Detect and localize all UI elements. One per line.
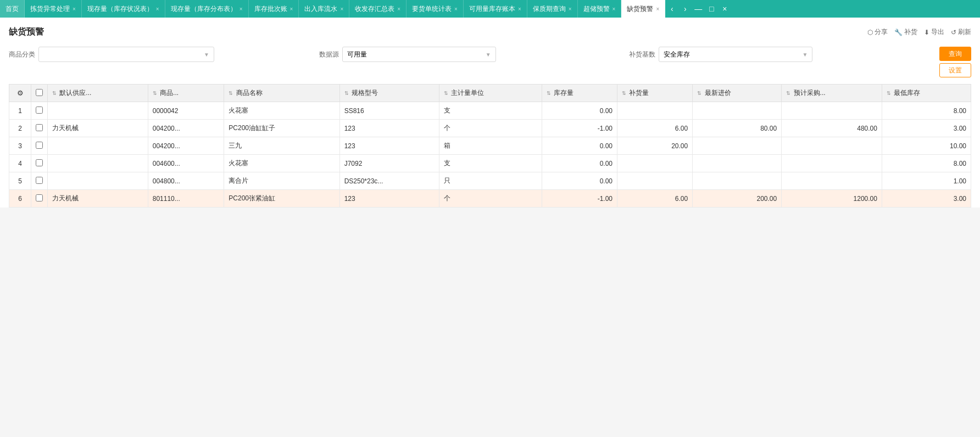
col-header-checkbox[interactable] [31,85,48,102]
tab-next-btn[interactable]: › [678,0,692,18]
col-header-product-name[interactable]: ⇅ 商品名称 [224,85,339,102]
tab-close-inventory-dist[interactable]: × [240,6,243,12]
row-product-name-3: 三九 [224,137,339,155]
col-header-stock-qty[interactable]: ⇅ 库存量 [542,85,617,102]
row-checkbox-4[interactable] [31,155,48,172]
datasource-arrow: ▼ [486,52,491,58]
tab-inventory-status[interactable]: 现存量（库存状况表） × [82,0,165,18]
refresh-action[interactable]: ↺ 刷新 [951,27,971,37]
tab-order-stat[interactable]: 要货单统计表 × [407,0,464,18]
tab-shortage-alert[interactable]: 缺货预警 × [621,0,665,18]
data-table: ⚙ ⇅ 默认供应... ⇅ 商品... ⇅ 商品名称 ⇅ [9,84,971,208]
row-estimated-purchase-3 [782,137,882,155]
column-settings-icon[interactable]: ⚙ [17,89,24,97]
row-min-stock-5: 1.00 [882,172,971,190]
category-label: 商品分类 [9,50,35,59]
tab-collect-summary[interactable]: 收发存汇总表 × [349,0,407,18]
col-header-settings[interactable]: ⚙ [9,85,31,102]
row-unit-2: 个 [439,120,542,137]
col-header-unit[interactable]: ⇅ 主计量单位 [439,85,542,102]
row-product-code-6: 801110... [148,190,224,208]
tab-overstock-alert[interactable]: 超储预警 × [578,0,622,18]
tab-close-shortage-alert[interactable]: × [656,6,659,12]
row-spec-1: SS816 [339,102,439,120]
export-icon: ⬇ [924,29,929,36]
tab-home[interactable]: 首页 [0,0,25,18]
tab-close-in-out-flow[interactable]: × [340,6,343,12]
sort-icon-latest-price: ⇅ [697,91,701,96]
replenish-icon: 🔧 [894,29,903,36]
tab-close-available-ledger[interactable]: × [518,6,521,12]
row-stock-qty-2: -1.00 [542,120,617,137]
tab-abnormal[interactable]: 拣货异常处理 × [25,0,82,18]
category-select[interactable]: ▼ [38,47,214,62]
export-action[interactable]: ⬇ 导出 [924,27,944,37]
tab-in-out-flow[interactable]: 出入库流水 × [299,0,349,18]
tab-close-overstock-alert[interactable]: × [612,6,616,12]
tab-inventory-dist[interactable]: 现存量（库存分布表） × [165,0,249,18]
col-header-spec[interactable]: ⇅ 规格型号 [339,85,439,102]
sort-icon-unit: ⇅ [444,91,448,96]
row-number-1: 1 [9,102,31,120]
tab-maximize-btn[interactable]: □ [705,0,718,18]
tab-close-inventory-status[interactable]: × [156,6,159,12]
page-title: 缺货预警 [9,26,44,38]
row-latest-price-5 [693,172,782,190]
page-header: 缺货预警 ⬡ 分享 🔧 补货 ⬇ 导出 ↺ 刷新 [9,26,971,38]
col-header-latest-price[interactable]: ⇅ 最新进价 [693,85,782,102]
query-button[interactable]: 查询 [939,47,971,61]
row-min-stock-6: 3.00 [882,190,971,208]
row-min-stock-4: 8.00 [882,155,971,172]
row-latest-price-4 [693,155,782,172]
replenish-base-select[interactable]: 安全库存 ▼ [659,47,812,62]
row-checkbox-5[interactable] [31,172,48,190]
row-min-stock-1: 8.00 [882,102,971,120]
tab-expiry-query[interactable]: 保质期查询 × [527,0,578,18]
col-header-estimated-purchase[interactable]: ⇅ 预计采购... [782,85,882,102]
tab-closeall-btn[interactable]: × [718,0,731,18]
col-header-product-code[interactable]: ⇅ 商品... [148,85,224,102]
tab-close-batch-account[interactable]: × [290,6,293,12]
tab-close-expiry-query[interactable]: × [569,6,572,12]
row-replenish-qty-4 [617,155,693,172]
row-spec-3: 123 [339,137,439,155]
tab-close-abnormal[interactable]: × [73,6,76,12]
row-replenish-qty-6: 6.00 [617,190,693,208]
row-stock-qty-4: 0.00 [542,155,617,172]
row-product-name-6: PC200张紧油缸 [224,190,339,208]
row-checkbox-1[interactable] [31,102,48,120]
row-number-3: 3 [9,137,31,155]
row-estimated-purchase-1 [782,102,882,120]
row-number-6: 6 [9,190,31,208]
col-header-default-supplier[interactable]: ⇅ 默认供应... [48,85,148,102]
table-body: 1 0000042 火花塞 SS816 支 0.00 8.00 2 力天机械 0… [9,102,971,208]
row-estimated-purchase-4 [782,155,882,172]
col-header-min-stock[interactable]: ⇅ 最低库存 [882,85,971,102]
table-row: 6 力天机械 801110... PC200张紧油缸 123 个 -1.00 6… [9,190,971,208]
share-action[interactable]: ⬡ 分享 [867,27,888,37]
datasource-select[interactable]: 可用量 ▼ [342,47,496,62]
row-checkbox-6[interactable] [31,190,48,208]
tab-close-collect-summary[interactable]: × [397,6,400,12]
row-replenish-qty-3: 20.00 [617,137,693,155]
select-all-checkbox[interactable] [36,89,43,96]
col-header-replenish-qty[interactable]: ⇅ 补货量 [617,85,693,102]
row-checkbox-2[interactable] [31,120,48,137]
tab-batch-account[interactable]: 库存批次账 × [249,0,299,18]
tab-prev-btn[interactable]: ‹ [665,0,678,18]
row-latest-price-6: 200.00 [693,190,782,208]
row-number-4: 4 [9,155,31,172]
tab-close-order-stat[interactable]: × [454,6,458,12]
row-product-code-5: 004800... [148,172,224,190]
table-row: 3 004200... 三九 123 箱 0.00 20.00 10.00 [9,137,971,155]
sort-icon-replenish: ⇅ [622,91,626,96]
table-header-row: ⚙ ⇅ 默认供应... ⇅ 商品... ⇅ 商品名称 ⇅ [9,85,971,102]
replenish-action[interactable]: 🔧 补货 [894,27,917,37]
tab-available-ledger[interactable]: 可用量库存账本 × [464,0,527,18]
row-unit-3: 箱 [439,137,542,155]
row-supplier-5 [48,172,148,190]
tab-minimize-btn[interactable]: — [692,0,705,18]
row-replenish-qty-5 [617,172,693,190]
row-checkbox-3[interactable] [31,137,48,155]
settings-button[interactable]: 设置 [939,63,971,77]
